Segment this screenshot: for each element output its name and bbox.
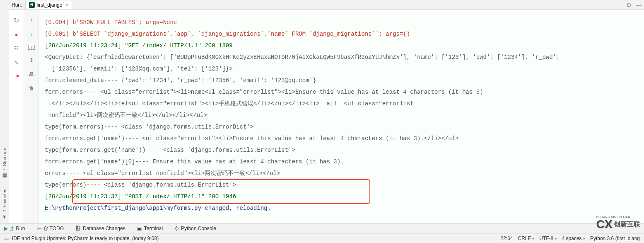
stop-icon[interactable]: ■ [13,31,20,38]
restore-layout-icon[interactable]: ⤡ [13,59,20,66]
watermark-logo: CHUANG XIN HU LIAN CX 创新互联 [593,212,643,233]
pin-icon[interactable]: 📍 [11,71,22,82]
encoding[interactable]: UTF-8 ▾ [539,236,557,241]
softwrap-icon[interactable] [28,45,35,50]
status-bar: ▭ IDE and Plugin Updates: PyCharm is rea… [0,233,644,243]
todo-icon: ≔ [36,226,41,231]
console-text: (0.004) b'SHOW FULL TABLES'; args=None (… [39,10,644,218]
rerun-icon[interactable]: ↻ [13,17,20,24]
output-action-gutter: ↑ ↓ ↧ 🖶 🗑 [24,10,39,223]
interpreter[interactable]: Python 3.6 (first_djang [590,236,640,241]
caret-position[interactable]: 22:64 [500,236,513,241]
tool-todo[interactable]: ≔ 6: TODO [36,226,64,231]
rail-label: 2: Favorites [2,189,7,212]
run-label: Run: [12,2,22,8]
rail-label: 7: Structure [2,148,7,171]
structure-icon: ▦ [2,173,7,179]
clear-icon[interactable]: 🗑 [28,85,35,92]
rail-favorites-button[interactable]: ★ 2: Favorites [2,189,7,220]
bottom-toolbar: ▶ 4: Run ≔ 6: TODO 🗄 Database Changes ▣ … [0,223,644,233]
status-message: IDE and Plugin Updates: PyCharm is ready… [12,236,159,241]
run-tab[interactable]: first_django × [25,1,72,9]
scroll-down-icon[interactable]: ↓ [28,31,35,38]
info-icon[interactable]: ▭ [4,236,9,241]
tool-terminal[interactable]: ▣ Terminal [137,226,163,231]
layout-icon[interactable]: ☷ [13,45,20,52]
tool-python-console[interactable]: ⌬ Python Console [174,226,216,231]
indent-settings[interactable]: 4 spaces ▾ [562,236,585,241]
favorites-icon: ★ [2,214,7,220]
run-panel-header: Run: first_django × ⚙ — [9,0,644,10]
left-tool-rail: ▦ 7: Structure ★ 2: Favorites [0,0,9,223]
django-icon [29,2,35,8]
python-icon: ⌬ [174,226,178,231]
print-icon[interactable]: 🖶 [28,70,35,78]
line-ending[interactable]: CRLF ▾ [518,236,535,241]
database-icon: 🗄 [75,226,80,231]
close-icon[interactable]: × [65,2,68,8]
tool-run[interactable]: ▶ 4: Run [4,226,25,231]
run-tab-label: first_django [36,2,62,8]
terminal-icon: ▣ [137,226,142,231]
run-icon: ▶ [4,226,8,231]
console-output[interactable]: (0.004) b'SHOW FULL TABLES'; args=None (… [39,10,644,223]
scroll-end-icon[interactable]: ↧ [28,56,35,64]
tool-database-changes[interactable]: 🗄 Database Changes [75,226,125,231]
minimize-icon[interactable]: — [636,2,642,8]
run-action-gutter: ↻ ■ ☷ ⤡ 📍 [9,10,24,223]
gear-icon[interactable]: ⚙ [626,2,632,8]
scroll-up-icon[interactable]: ↑ [28,17,35,24]
rail-structure-button[interactable]: ▦ 7: Structure [2,148,7,179]
